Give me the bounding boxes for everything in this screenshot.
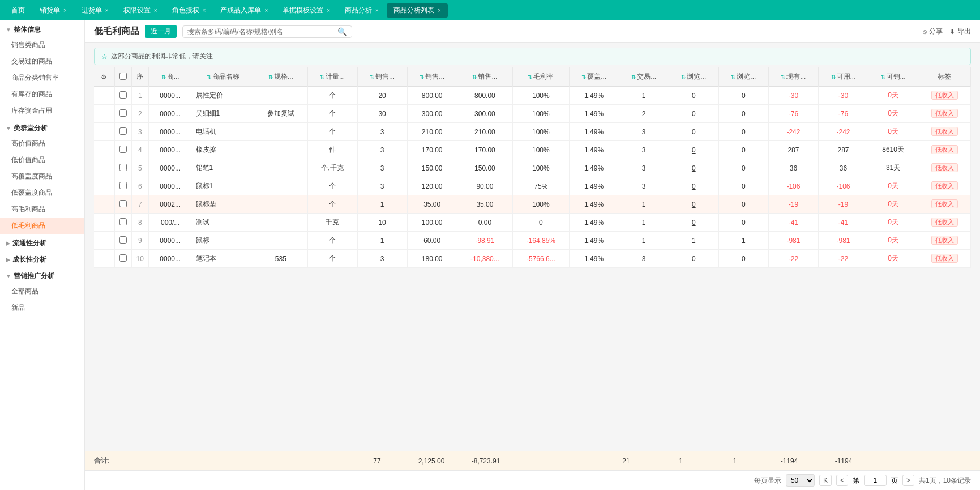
nav-close-product-analysis[interactable]: × — [375, 7, 379, 14]
col-coverage-cell: 1.49% — [569, 232, 619, 250]
sidebar-item-high-value[interactable]: 高价值商品 — [0, 135, 84, 152]
row-checkbox-2[interactable] — [119, 109, 127, 117]
col-saleable[interactable]: ⇅可销... — [868, 67, 918, 87]
col-settings[interactable]: ⚙ — [94, 67, 114, 87]
nav-close-template[interactable]: × — [327, 7, 330, 14]
col-name-cell: 铅笔1 — [192, 159, 254, 177]
nav-item-product-entry[interactable]: 产成品入库单 × — [213, 3, 275, 18]
col-sales-profit[interactable]: ⇅销售... — [457, 67, 512, 87]
col-settings-cell — [94, 232, 114, 250]
sidebar-item-high-gross[interactable]: 高毛利商品 — [0, 201, 84, 218]
sidebar-item-stocked-products[interactable]: 有库存的商品 — [0, 86, 84, 103]
nav-close-purchase[interactable]: × — [105, 7, 109, 14]
col-trade[interactable]: ⇅交易... — [619, 67, 669, 87]
browse1-link[interactable]: 0 — [692, 255, 696, 263]
col-sales-qty-cell: 30 — [357, 105, 407, 123]
col-spec-cell — [254, 87, 307, 105]
browse1-link[interactable]: 0 — [692, 92, 696, 100]
per-page-select[interactable]: 50 100 200 — [786, 474, 815, 487]
sidebar-group-growth[interactable]: ▶ 成长性分析 — [0, 250, 84, 267]
footer-browse2: 1 — [712, 457, 758, 465]
browse1-link[interactable]: 1 — [692, 237, 696, 245]
sidebar-item-category-sales-rate[interactable]: 商品分类销售率 — [0, 70, 84, 86]
sidebar-group-circulation[interactable]: ▶ 流通性分析 — [0, 234, 84, 250]
row-checkbox-10[interactable] — [119, 254, 127, 262]
col-sales-amt[interactable]: ⇅销售... — [407, 67, 457, 87]
nav-item-purchase[interactable]: 进货单 × — [75, 3, 115, 18]
nav-close-product-entry[interactable]: × — [264, 7, 268, 14]
search-icon[interactable]: 🔍 — [337, 27, 347, 36]
col-browse1[interactable]: ⇅浏览... — [669, 67, 718, 87]
page-input[interactable] — [864, 475, 887, 486]
sidebar-item-traded-products[interactable]: 交易过的商品 — [0, 53, 84, 70]
time-period-btn[interactable]: 近一月 — [145, 25, 177, 38]
col-available[interactable]: ⇅可用... — [818, 67, 868, 87]
browse1-link[interactable]: 0 — [692, 182, 696, 190]
col-gross-rate[interactable]: ⇅毛利率 — [513, 67, 569, 87]
browse1-link[interactable]: 0 — [692, 164, 696, 172]
export-button[interactable]: ⬇ 导出 — [949, 27, 971, 36]
nav-close-permissions[interactable]: × — [154, 7, 157, 14]
row-checkbox-1[interactable] — [119, 91, 127, 99]
col-coverage[interactable]: ⇅覆盖... — [569, 67, 619, 87]
browse1-link[interactable]: 0 — [692, 146, 696, 154]
nav-close-sales[interactable]: × — [63, 7, 67, 14]
sidebar-item-low-coverage[interactable]: 低覆盖度商品 — [0, 185, 84, 201]
col-spec[interactable]: ⇅规格... — [254, 67, 307, 87]
col-browse2[interactable]: ⇅浏览... — [718, 67, 768, 87]
first-page-btn[interactable]: K — [819, 475, 832, 486]
nav-item-product-analysis[interactable]: 商品分析 × — [338, 3, 386, 18]
row-checkbox-7[interactable] — [119, 200, 127, 207]
row-checkbox-9[interactable] — [119, 236, 127, 244]
prev-page-btn[interactable]: < — [836, 475, 848, 486]
nav-close-roles[interactable]: × — [203, 7, 206, 14]
sidebar-group-marketing[interactable]: ▼ 营销推广分析 — [0, 267, 84, 283]
share-button[interactable]: ⎋ 分享 — [923, 27, 943, 36]
footer-total-label: 合计: — [94, 456, 110, 466]
col-current-stock-cell: -19 — [768, 195, 818, 214]
col-unit[interactable]: ⇅计量... — [307, 67, 357, 87]
row-checkbox-3[interactable] — [119, 127, 127, 135]
browse1-link[interactable]: 0 — [692, 128, 696, 136]
col-sales-qty[interactable]: ⇅销售... — [357, 67, 407, 87]
row-checkbox-5[interactable] — [119, 164, 127, 171]
row-checkbox-8[interactable] — [119, 218, 127, 225]
nav-item-template[interactable]: 单据模板设置 × — [276, 3, 337, 18]
col-sales-profit-cell: 300.00 — [457, 105, 512, 123]
sidebar-item-new-products[interactable]: 新品 — [0, 300, 84, 316]
sidebar-item-stock-capital[interactable]: 库存资金占用 — [0, 103, 84, 119]
page-unit-label: 页 — [891, 476, 898, 485]
col-spec-cell — [254, 232, 307, 250]
col-current-stock-cell: -76 — [768, 105, 818, 123]
browse1-link[interactable]: 0 — [692, 219, 696, 227]
nav-close-analysis-list[interactable]: × — [438, 7, 441, 14]
col-browse1-cell: 0 — [669, 123, 718, 141]
row-checkbox-4[interactable] — [119, 146, 127, 153]
row-checkbox-6[interactable] — [119, 182, 127, 189]
nav-item-analysis-list[interactable]: 商品分析列表 × — [387, 3, 448, 18]
sidebar-group-overall[interactable]: ▼ 整体信息 — [0, 20, 84, 37]
col-code-cell: 0000... — [148, 141, 192, 159]
sidebar-item-low-value[interactable]: 低价值商品 — [0, 152, 84, 168]
col-code-cell: 0000... — [148, 232, 192, 250]
col-current-stock-cell: -106 — [768, 177, 818, 195]
nav-item-home[interactable]: 首页 — [5, 3, 32, 18]
browse1-link[interactable]: 0 — [692, 110, 696, 118]
sidebar-item-low-gross[interactable]: 低毛利商品 — [0, 218, 84, 234]
col-sales-amt-cell: 170.00 — [407, 141, 457, 159]
search-input[interactable] — [187, 28, 337, 36]
sidebar-item-high-coverage[interactable]: 高覆盖度商品 — [0, 168, 84, 185]
sidebar-item-sales-products[interactable]: 销售类商品 — [0, 37, 84, 53]
sidebar-group-cluster[interactable]: ▼ 类群堂分析 — [0, 119, 84, 135]
nav-item-sales[interactable]: 销货单 × — [33, 3, 74, 18]
nav-item-roles[interactable]: 角色授权 × — [165, 3, 213, 18]
sidebar-item-all-products[interactable]: 全部商品 — [0, 283, 84, 300]
col-name[interactable]: ⇅商品名称 — [192, 67, 254, 87]
next-page-btn[interactable]: > — [902, 475, 914, 486]
nav-item-permissions[interactable]: 权限设置 × — [117, 3, 164, 18]
col-browse1-cell: 0 — [669, 214, 718, 232]
col-code[interactable]: ⇅商... — [148, 67, 192, 87]
browse1-link[interactable]: 0 — [692, 201, 696, 208]
col-current-stock[interactable]: ⇅现有... — [768, 67, 818, 87]
select-all-checkbox[interactable] — [119, 73, 127, 80]
